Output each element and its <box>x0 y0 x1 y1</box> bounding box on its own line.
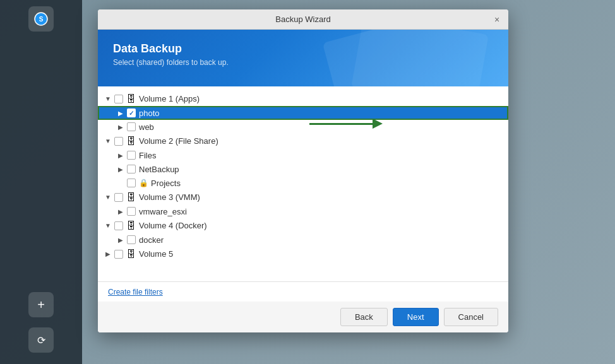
label-vol2: Volume 2 (File Share) <box>139 136 218 146</box>
taskbar: S + ⟳ <box>0 0 82 364</box>
tree-item-netbackup[interactable]: NetBackup <box>98 162 508 176</box>
expand-photo[interactable] <box>116 108 126 118</box>
expand-projects <box>116 178 126 188</box>
modal-header: Data Backup Select (shared) folders to b… <box>98 30 508 86</box>
volume-icon-vol3: 🗄 <box>126 192 136 203</box>
checkbox-photo[interactable] <box>127 109 136 117</box>
header-subtitle: Select (shared) folders to back up. <box>113 58 493 67</box>
tree-item-photo[interactable]: photo <box>98 106 508 120</box>
add-button[interactable]: + <box>28 292 54 317</box>
tree-item-projects[interactable]: 🔒 Projects <box>98 176 508 190</box>
tree-item-vol1[interactable]: 🗄 Volume 1 (Apps) <box>98 91 508 106</box>
tree-item-vmware[interactable]: vmware_esxi <box>98 204 508 218</box>
checkbox-docker[interactable] <box>127 235 136 244</box>
filter-link-area: Create file filters <box>98 282 508 302</box>
label-netbackup: NetBackup <box>139 165 179 174</box>
tree-item-vol4[interactable]: 🗄 Volume 4 (Docker) <box>98 218 508 233</box>
label-web: web <box>139 122 154 132</box>
checkbox-vol2[interactable] <box>114 137 123 146</box>
label-vol3: Volume 3 (VMM) <box>139 192 200 202</box>
modal-content: 🗄 Volume 1 (Apps) photo web <box>98 86 508 302</box>
create-filter-link[interactable]: Create file filters <box>108 288 163 296</box>
label-files: Files <box>139 151 156 160</box>
backup-wizard-modal: Backup Wizard × Data Backup Select (shar… <box>98 9 508 332</box>
expand-vol3[interactable] <box>103 192 113 203</box>
desktop: S + ⟳ Backup Wizard × Data Backup Select… <box>0 0 615 364</box>
modal-footer: Back Next Cancel <box>98 302 508 332</box>
tree-item-docker[interactable]: docker <box>98 233 508 247</box>
close-button[interactable]: × <box>492 15 502 25</box>
checkbox-projects[interactable] <box>127 179 136 187</box>
cancel-button[interactable]: Cancel <box>444 308 498 326</box>
volume-icon-vol2: 🗄 <box>126 136 136 146</box>
expand-netbackup[interactable] <box>116 164 126 174</box>
volume-icon-vol1: 🗄 <box>126 93 136 104</box>
label-projects: Projects <box>151 179 181 188</box>
expand-files[interactable] <box>116 150 126 160</box>
checkbox-vmware[interactable] <box>127 207 136 216</box>
expand-vol2[interactable] <box>103 136 113 146</box>
label-vol5: Volume 5 <box>139 249 173 259</box>
modal-title: Backup Wizard <box>275 15 330 24</box>
expand-vol4[interactable] <box>103 221 113 231</box>
next-button[interactable]: Next <box>393 308 439 326</box>
tree-item-vol2[interactable]: 🗄 Volume 2 (File Share) <box>98 134 508 148</box>
history-button[interactable]: ⟳ <box>28 327 54 353</box>
label-photo: photo <box>139 109 160 118</box>
label-vol1: Volume 1 (Apps) <box>139 94 200 103</box>
back-button[interactable]: Back <box>340 308 388 326</box>
checkbox-vol4[interactable] <box>114 221 123 230</box>
tree-item-web[interactable]: web <box>98 120 508 134</box>
expand-web[interactable] <box>116 122 126 132</box>
footer-buttons: Back Next Cancel <box>340 308 498 326</box>
folder-tree[interactable]: 🗄 Volume 1 (Apps) photo web <box>98 86 508 282</box>
expand-vol1[interactable] <box>103 94 113 104</box>
expand-docker[interactable] <box>116 235 126 245</box>
checkbox-netbackup[interactable] <box>127 165 136 173</box>
label-docker: docker <box>139 235 164 245</box>
taskbar-bottom: + ⟳ <box>0 292 82 358</box>
app-icon[interactable]: S <box>28 6 54 32</box>
tree-item-files[interactable]: Files <box>98 148 508 162</box>
label-vol4: Volume 4 (Docker) <box>139 221 207 230</box>
checkbox-web[interactable] <box>127 122 136 131</box>
svg-text:S: S <box>39 16 44 23</box>
tree-item-vol3[interactable]: 🗄 Volume 3 (VMM) <box>98 190 508 204</box>
lock-icon: 🔒 <box>139 179 148 187</box>
expand-vol5[interactable] <box>103 249 113 259</box>
label-vmware: vmware_esxi <box>139 207 187 216</box>
modal-titlebar: Backup Wizard × <box>98 9 508 30</box>
checkbox-vol3[interactable] <box>114 193 123 202</box>
checkbox-vol1[interactable] <box>114 95 123 103</box>
checkbox-vol5[interactable] <box>114 250 123 259</box>
checkbox-files[interactable] <box>127 151 136 160</box>
expand-vmware[interactable] <box>116 206 126 216</box>
header-title: Data Backup <box>113 42 493 56</box>
volume-icon-vol5: 🗄 <box>126 249 136 259</box>
volume-icon-vol4: 🗄 <box>126 220 136 231</box>
tree-item-vol5[interactable]: 🗄 Volume 5 <box>98 247 508 261</box>
